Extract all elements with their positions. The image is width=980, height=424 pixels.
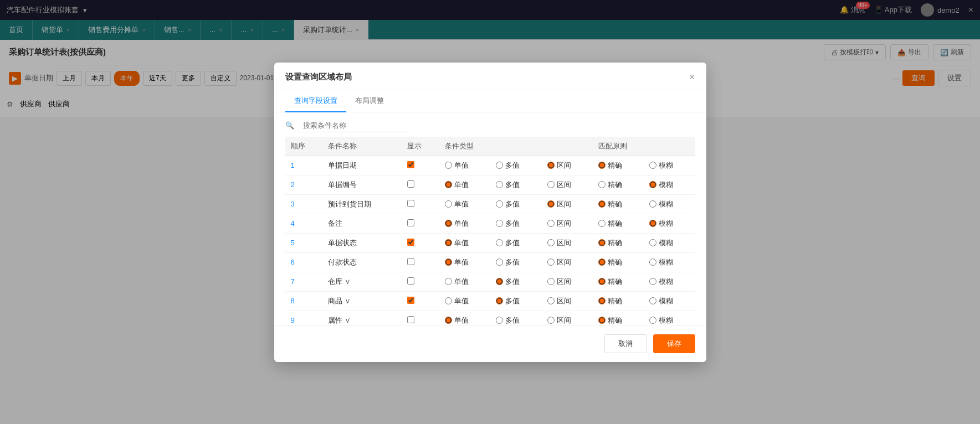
row-type-radio-单值[interactable]: [445, 317, 452, 324]
row-condition-name: 单据日期: [322, 156, 402, 175]
row-match-radio-精确[interactable]: [598, 317, 606, 324]
row-type-radio-单值[interactable]: [445, 181, 452, 188]
row-type-radio-多值[interactable]: [496, 297, 503, 304]
row-order: 4: [285, 214, 322, 233]
row-type-cell: 区间: [542, 175, 593, 194]
row-match-cell: 精确: [593, 194, 644, 214]
row-match-cell: 模糊: [644, 291, 695, 311]
row-display-checkbox[interactable]: [407, 258, 414, 265]
row-display-checkbox[interactable]: [407, 219, 414, 226]
row-type-radio-区间[interactable]: [547, 220, 555, 227]
row-type-radio-单值[interactable]: [445, 162, 452, 169]
row-display-checkbox[interactable]: [407, 180, 414, 188]
row-type-radio-单值[interactable]: [445, 239, 452, 246]
row-type-radio-单值[interactable]: [445, 220, 452, 227]
row-display-checkbox[interactable]: [407, 297, 414, 304]
row-match-radio-精确[interactable]: [598, 239, 606, 246]
dialog-tab-layout-label: 布局调整: [355, 96, 384, 105]
row-match-radio-模糊[interactable]: [649, 162, 656, 169]
row-type-radio-多值[interactable]: [496, 239, 503, 246]
row-match-radio-模糊[interactable]: [649, 297, 656, 304]
row-type-radio-区间[interactable]: [547, 258, 555, 266]
row-type-cell: 多值: [490, 252, 541, 272]
row-match-cell: 精确: [593, 175, 644, 194]
row-type-radio-区间[interactable]: [547, 317, 555, 324]
row-match-radio-模糊[interactable]: [649, 278, 656, 285]
row-type-radio-多值[interactable]: [496, 200, 503, 208]
row-match-radio-模糊[interactable]: [649, 181, 656, 188]
dialog-search-area: 🔍: [274, 112, 706, 137]
row-match-radio-模糊[interactable]: [649, 317, 656, 324]
row-type-radio-单值[interactable]: [445, 278, 452, 285]
row-type-radio-区间[interactable]: [547, 181, 555, 188]
dialog-tab-query-fields[interactable]: 查询字段设置: [285, 90, 346, 112]
row-type-cell: 区间: [542, 252, 593, 272]
row-display-cell: [402, 252, 439, 272]
dialog-tab-query-label: 查询字段设置: [294, 96, 337, 105]
row-type-radio-多值[interactable]: [496, 278, 503, 285]
row-match-radio-精确[interactable]: [598, 200, 606, 208]
row-match-radio-模糊[interactable]: [649, 200, 656, 208]
row-type-radio-多值[interactable]: [496, 258, 503, 266]
row-match-cell: 精确: [593, 156, 644, 175]
row-type-cell: 单值: [439, 311, 490, 325]
table-row: 2单据编号单值多值区间精确模糊: [285, 175, 695, 194]
dialog-close-button[interactable]: ×: [689, 71, 695, 83]
row-match-cell: 模糊: [644, 214, 695, 233]
row-match-radio-精确[interactable]: [598, 220, 606, 227]
th-order: 顺序: [285, 137, 322, 156]
row-type-radio-多值[interactable]: [496, 220, 503, 227]
row-match-cell: 模糊: [644, 156, 695, 175]
row-match-radio-模糊[interactable]: [649, 258, 656, 266]
row-match-cell: 精确: [593, 252, 644, 272]
row-display-cell: [402, 194, 439, 214]
row-type-cell: 多值: [490, 156, 541, 175]
row-type-cell: 多值: [490, 272, 541, 291]
table-row: 7仓库 ∨单值多值区间精确模糊: [285, 272, 695, 291]
search-input[interactable]: [299, 119, 409, 132]
dialog: 设置查询区域布局 × 查询字段设置 布局调整 🔍 顺序 条件名称: [274, 63, 706, 362]
row-match-radio-精确[interactable]: [598, 278, 606, 285]
row-condition-name: 付款状态: [322, 252, 402, 272]
save-button[interactable]: 保存: [653, 334, 695, 353]
row-display-checkbox[interactable]: [407, 239, 414, 246]
row-display-checkbox[interactable]: [407, 161, 414, 168]
row-display-checkbox[interactable]: [407, 277, 414, 285]
row-type-radio-区间[interactable]: [547, 278, 555, 285]
row-type-radio-单值[interactable]: [445, 297, 452, 304]
row-type-radio-区间[interactable]: [547, 200, 555, 208]
row-type-radio-多值[interactable]: [496, 162, 503, 169]
row-type-radio-多值[interactable]: [496, 317, 503, 324]
row-match-radio-精确[interactable]: [598, 181, 606, 188]
row-type-radio-单值[interactable]: [445, 200, 452, 208]
row-match-radio-模糊[interactable]: [649, 239, 656, 246]
row-type-cell: 多值: [490, 311, 541, 325]
row-condition-name: 预计到货日期: [322, 194, 402, 214]
row-type-cell: 区间: [542, 272, 593, 291]
row-type-radio-区间[interactable]: [547, 297, 555, 304]
row-match-radio-精确[interactable]: [598, 162, 606, 169]
row-match-cell: 模糊: [644, 233, 695, 252]
th-type: 条件类型: [439, 137, 593, 156]
row-type-radio-区间[interactable]: [547, 162, 555, 169]
row-match-radio-模糊[interactable]: [649, 220, 656, 227]
row-match-radio-精确[interactable]: [598, 297, 606, 304]
row-display-cell: [402, 233, 439, 252]
row-display-cell: [402, 156, 439, 175]
row-display-checkbox[interactable]: [407, 200, 414, 207]
row-match-radio-精确[interactable]: [598, 258, 606, 266]
row-type-cell: 单值: [439, 214, 490, 233]
cancel-button[interactable]: 取消: [604, 334, 647, 353]
row-type-radio-区间[interactable]: [547, 239, 555, 246]
row-type-cell: 单值: [439, 194, 490, 214]
dialog-table: 顺序 条件名称 显示 条件类型 匹配原则 1单据日期单值多值区间精确模糊2单据编…: [274, 137, 706, 325]
row-type-cell: 单值: [439, 291, 490, 311]
row-type-radio-多值[interactable]: [496, 181, 503, 188]
row-type-cell: 多值: [490, 175, 541, 194]
row-match-cell: 模糊: [644, 252, 695, 272]
row-type-radio-单值[interactable]: [445, 258, 452, 266]
row-display-checkbox[interactable]: [407, 316, 414, 323]
row-display-cell: [402, 175, 439, 194]
dialog-tab-layout[interactable]: 布局调整: [346, 90, 393, 112]
row-type-cell: 单值: [439, 233, 490, 252]
